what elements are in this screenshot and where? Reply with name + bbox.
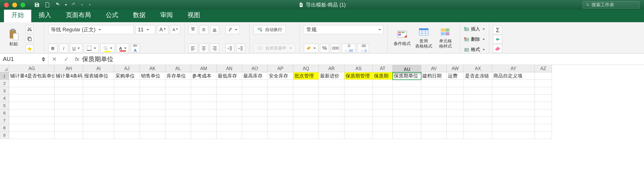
cell[interactable] xyxy=(55,87,83,95)
cell[interactable] xyxy=(319,132,344,139)
column-header[interactable]: AH xyxy=(55,65,83,72)
phonetic-button[interactable]: abcA xyxy=(131,44,140,53)
cell[interactable] xyxy=(83,109,114,117)
cell[interactable] xyxy=(393,109,421,117)
cell[interactable] xyxy=(319,102,344,109)
cell[interactable] xyxy=(268,80,293,87)
cell-style-button[interactable]: 单元格 格样式 xyxy=(435,25,456,50)
cell[interactable] xyxy=(114,87,140,95)
cell[interactable] xyxy=(55,124,83,132)
increase-indent-button[interactable] xyxy=(236,44,245,53)
fill-color-button[interactable] xyxy=(100,44,115,53)
bold-button[interactable]: B xyxy=(48,44,57,53)
cell[interactable] xyxy=(83,87,114,95)
cell[interactable] xyxy=(55,117,83,124)
cell[interactable]: 辅计量4条码 xyxy=(55,72,83,80)
tab-视图[interactable]: 视图 xyxy=(180,9,207,22)
cell[interactable]: 参考成本 xyxy=(191,72,217,80)
number-format-select[interactable]: 常规 xyxy=(304,25,383,34)
cell[interactable] xyxy=(242,132,268,139)
cell[interactable] xyxy=(9,80,55,87)
row-header[interactable]: 9 xyxy=(0,132,9,139)
cell[interactable] xyxy=(9,124,55,132)
column-header[interactable]: AX xyxy=(464,65,492,72)
cell[interactable] xyxy=(421,132,447,139)
cell[interactable] xyxy=(140,87,165,95)
cell[interactable] xyxy=(319,87,344,95)
cell[interactable] xyxy=(373,80,393,87)
cell[interactable] xyxy=(344,109,373,117)
cell[interactable] xyxy=(140,102,165,109)
merge-center-button[interactable]: 合并后居中 xyxy=(254,44,296,53)
copy-button[interactable] xyxy=(26,35,34,43)
percent-button[interactable]: % xyxy=(320,44,329,53)
fx-icon[interactable]: fx xyxy=(72,56,82,62)
currency-button[interactable] xyxy=(304,44,318,53)
cell[interactable] xyxy=(344,80,373,87)
cell[interactable] xyxy=(535,117,552,124)
cell[interactable] xyxy=(492,132,535,139)
cell[interactable] xyxy=(535,109,552,117)
cell[interactable]: 销售单位 xyxy=(140,72,165,80)
cell[interactable] xyxy=(217,102,242,109)
cell[interactable]: 最高库存 xyxy=(242,72,268,80)
search-sheet[interactable] xyxy=(583,1,639,9)
cell[interactable] xyxy=(464,80,492,87)
tab-公式[interactable]: 公式 xyxy=(98,9,126,22)
cell[interactable] xyxy=(9,109,55,117)
cell[interactable] xyxy=(217,109,242,117)
cell[interactable] xyxy=(293,102,319,109)
cell[interactable] xyxy=(293,124,319,132)
cell[interactable] xyxy=(191,95,217,102)
cell[interactable]: 是否走冻链 xyxy=(464,72,492,80)
cell[interactable] xyxy=(114,80,140,87)
align-center-button[interactable] xyxy=(199,44,208,53)
column-header[interactable]: AT xyxy=(373,65,393,72)
format-cells-button[interactable]: 格式 xyxy=(464,47,485,53)
cell[interactable] xyxy=(242,80,268,87)
cell[interactable] xyxy=(191,87,217,95)
cell[interactable] xyxy=(319,109,344,117)
spreadsheet-grid[interactable]: AGAHAIAJAKALAMANAOAPAQARASATAUAVAWAXAYAZ… xyxy=(0,65,644,176)
tab-数据[interactable]: 数据 xyxy=(126,9,153,22)
cell[interactable] xyxy=(55,102,83,109)
comma-button[interactable]: 000 xyxy=(331,44,340,53)
cell[interactable] xyxy=(242,87,268,95)
cell[interactable] xyxy=(492,87,535,95)
fill-button[interactable] xyxy=(493,35,502,44)
paste-button[interactable]: 粘贴 xyxy=(6,25,22,50)
cell[interactable] xyxy=(217,87,242,95)
cell[interactable] xyxy=(9,87,55,95)
enter-formula-button[interactable]: ✓ xyxy=(60,54,72,65)
cell[interactable] xyxy=(165,109,191,117)
cell[interactable] xyxy=(319,124,344,132)
cell[interactable] xyxy=(114,124,140,132)
cell[interactable] xyxy=(191,102,217,109)
redo-icon[interactable] xyxy=(70,1,77,9)
cell[interactable]: 报表辅单位 xyxy=(83,72,114,80)
format-painter-button[interactable] xyxy=(26,44,34,52)
cell[interactable] xyxy=(464,124,492,132)
select-all-corner[interactable] xyxy=(0,65,9,72)
cell[interactable] xyxy=(268,117,293,124)
name-box[interactable]: AU1 xyxy=(0,54,48,65)
row-header[interactable]: 3 xyxy=(0,87,9,95)
cell[interactable] xyxy=(373,109,393,117)
cell[interactable] xyxy=(165,87,191,95)
row-header[interactable]: 7 xyxy=(0,117,9,124)
align-middle-button[interactable] xyxy=(199,25,208,34)
column-header[interactable]: AO xyxy=(242,65,268,72)
cell[interactable] xyxy=(447,117,464,124)
cell[interactable] xyxy=(464,109,492,117)
cell[interactable] xyxy=(268,124,293,132)
cell[interactable] xyxy=(165,80,191,87)
column-header[interactable]: AY xyxy=(492,65,535,72)
search-input[interactable] xyxy=(591,2,636,7)
cell[interactable] xyxy=(344,102,373,109)
customize-qat-icon[interactable] xyxy=(86,1,94,9)
row-header[interactable]: 8 xyxy=(0,124,9,132)
cell[interactable] xyxy=(492,124,535,132)
font-color-button[interactable]: A xyxy=(117,44,129,53)
redo-dropdown[interactable] xyxy=(81,4,83,6)
cell[interactable] xyxy=(217,124,242,132)
